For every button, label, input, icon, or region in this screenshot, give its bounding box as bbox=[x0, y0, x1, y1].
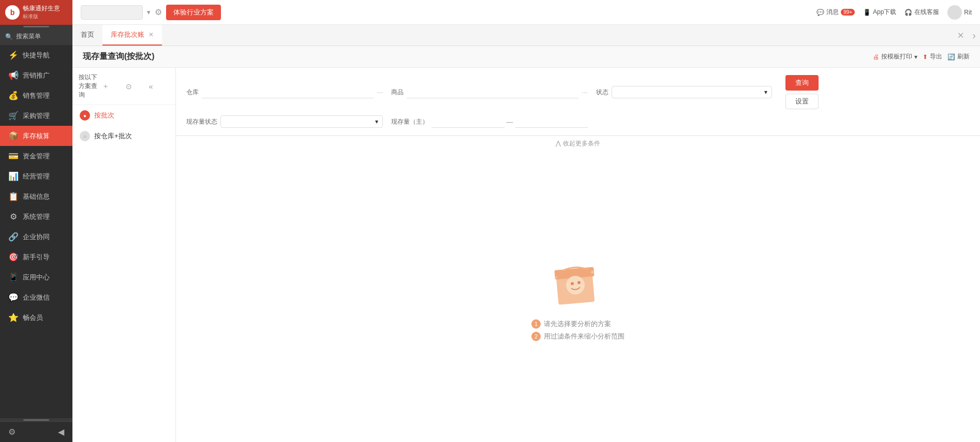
settings-button[interactable]: 设置 bbox=[785, 94, 819, 109]
phone-icon: 📱 bbox=[863, 9, 871, 16]
app-name: 畅康通好生意 bbox=[23, 5, 60, 13]
stock-qty-filter: 现存量（主） — bbox=[391, 116, 588, 128]
inventory-icon: 📦 bbox=[8, 131, 19, 141]
status-filter: 状态 ▾ bbox=[596, 86, 772, 98]
messages-button[interactable]: 💬 消息 99+ bbox=[816, 8, 855, 17]
sidebar-item-operations[interactable]: 📊 经营管理 bbox=[0, 166, 72, 186]
sidebar-item-system[interactable]: ⚙ 系统管理 bbox=[0, 207, 72, 227]
sidebar-item-app-center[interactable]: 📱 应用中心 bbox=[0, 267, 72, 287]
member-icon: ⭐ bbox=[8, 313, 19, 322]
sidebar-item-member[interactable]: ⭐ 畅会员 bbox=[0, 307, 72, 328]
stock-qty-range: — bbox=[432, 116, 588, 128]
panel-close-button[interactable]: ✕ bbox=[953, 31, 968, 40]
sidebar-item-marketing[interactable]: 📢 营销推广 bbox=[0, 65, 72, 85]
collapse-sidebar-icon[interactable]: ◀ bbox=[58, 427, 64, 437]
right-panel: 仓库 ··· 商品 ··· 状态 bbox=[176, 68, 980, 442]
hint-number-2: 2 bbox=[531, 332, 541, 341]
user-profile[interactable]: Rit bbox=[947, 5, 972, 20]
sidebar-item-basic-info[interactable]: 📋 基础信息 bbox=[0, 186, 72, 207]
scheme-inactive-icon: ○ bbox=[80, 131, 90, 141]
newcomer-icon: 🎯 bbox=[8, 252, 19, 262]
collapse-icon: ⋀ bbox=[556, 140, 561, 147]
messages-icon: 💬 bbox=[816, 9, 824, 16]
scheme-active-icon: ● bbox=[80, 110, 90, 121]
tab-inventory-batch[interactable]: 库存批次账 ✕ bbox=[102, 25, 162, 46]
page-header: 现存量查询(按批次) 🖨 按模板打印 ▾ ⬆ 导出 🔄 刷新 bbox=[72, 46, 980, 68]
print-icon: 🖨 bbox=[873, 53, 879, 61]
page-body: 按以下方案查询 ＋ ⊙ « ● 按批次 ○ 按仓库+批次 bbox=[72, 68, 980, 442]
warehouse-input[interactable] bbox=[202, 86, 374, 98]
stock-status-label: 现存量状态 bbox=[186, 117, 217, 126]
sidebar-item-purchase[interactable]: 🛒 采购管理 bbox=[0, 106, 72, 126]
stock-qty-label: 现存量（主） bbox=[391, 117, 428, 126]
sidebar-header: b 畅康通好生意 标准版 bbox=[0, 0, 72, 25]
print-button[interactable]: 🖨 按模板打印 ▾ bbox=[873, 52, 917, 61]
add-scheme-button[interactable]: ＋ bbox=[102, 82, 122, 91]
sidebar-item-enterprise[interactable]: 🔗 企业协同 bbox=[0, 227, 72, 247]
warehouse-more-icon[interactable]: ··· bbox=[377, 88, 383, 96]
tabs-bar: 首页 库存批次账 ✕ ✕ › bbox=[72, 25, 980, 46]
product-label: 商品 bbox=[391, 88, 404, 97]
left-panel-header: 按以下方案查询 ＋ ⊙ « bbox=[72, 68, 175, 105]
sidebar: b 畅康通好生意 标准版 🔍 搜索菜单 ⚡ 快捷导航 📢 营销推广 💰 销售管理… bbox=[0, 0, 72, 442]
sidebar-item-inventory[interactable]: 📦 库存核算 bbox=[0, 126, 72, 146]
stock-qty-min-input[interactable] bbox=[432, 116, 504, 128]
status-select[interactable]: ▾ bbox=[612, 86, 772, 98]
stock-status-filter: 现存量状态 ▾ bbox=[186, 115, 383, 128]
sidebar-item-sales[interactable]: 💰 销售管理 bbox=[0, 85, 72, 106]
svg-point-6 bbox=[555, 276, 557, 278]
operations-icon: 📊 bbox=[8, 171, 19, 181]
tab-home[interactable]: 首页 bbox=[72, 25, 102, 46]
sidebar-footer: ⚙ ◀ bbox=[0, 421, 72, 442]
svg-point-3 bbox=[571, 282, 574, 285]
stock-qty-max-input[interactable] bbox=[515, 116, 588, 128]
user-avatar bbox=[947, 5, 962, 20]
print-dropdown-icon[interactable]: ▾ bbox=[914, 53, 917, 61]
messages-badge: 99+ bbox=[841, 9, 855, 16]
export-button[interactable]: ⬆ 导出 bbox=[923, 52, 942, 61]
tab-close-icon[interactable]: ✕ bbox=[149, 31, 154, 38]
sidebar-item-finance[interactable]: 💳 资金管理 bbox=[0, 146, 72, 166]
main-area: ▾ ⚙ 体验行业方案 💬 消息 99+ 📱 App下载 🎧 在线客服 Rit bbox=[72, 0, 980, 442]
empty-hints: 1 请先选择要分析的方案 2 用过滤条件来缩小分析范围 bbox=[531, 319, 625, 344]
left-panel: 按以下方案查询 ＋ ⊙ « ● 按批次 ○ 按仓库+批次 bbox=[72, 68, 176, 442]
scheme-collapse-icon[interactable]: « bbox=[149, 82, 169, 91]
experience-button[interactable]: 体验行业方案 bbox=[166, 5, 221, 20]
settings-icon[interactable]: ⚙ bbox=[8, 427, 16, 437]
warehouse-label: 仓库 bbox=[186, 88, 199, 97]
empty-box-svg bbox=[547, 249, 609, 311]
sidebar-item-quick-nav[interactable]: ⚡ 快捷导航 bbox=[0, 45, 72, 65]
search-icon: 🔍 bbox=[5, 33, 13, 40]
online-service-button[interactable]: 🎧 在线客服 bbox=[904, 8, 939, 17]
scheme-by-warehouse-batch[interactable]: ○ 按仓库+批次 bbox=[72, 126, 175, 146]
finance-icon: 💳 bbox=[8, 151, 19, 161]
product-more-icon[interactable]: ··· bbox=[582, 88, 588, 96]
app-edition: 标准版 bbox=[23, 13, 60, 20]
scheme-by-batch[interactable]: ● 按批次 bbox=[72, 105, 175, 126]
topbar: ▾ ⚙ 体验行业方案 💬 消息 99+ 📱 App下载 🎧 在线客服 Rit bbox=[72, 0, 980, 25]
basic-info-icon: 📋 bbox=[8, 191, 19, 201]
collapse-bar[interactable]: ⋀ 收起更多条件 bbox=[176, 136, 980, 151]
sidebar-search[interactable]: 🔍 搜索菜单 bbox=[0, 28, 72, 45]
marketing-icon: 📢 bbox=[8, 70, 19, 80]
query-button[interactable]: 查询 bbox=[785, 75, 819, 91]
hint-number-1: 1 bbox=[531, 319, 541, 329]
filter-area: 仓库 ··· 商品 ··· 状态 bbox=[176, 68, 980, 136]
warehouse-filter: 仓库 ··· bbox=[186, 86, 383, 98]
system-icon: ⚙ bbox=[8, 212, 19, 222]
status-dropdown-icon: ▾ bbox=[764, 89, 767, 96]
product-input[interactable] bbox=[407, 86, 578, 98]
wechat-icon: 💬 bbox=[8, 292, 19, 302]
scheme-settings-icon[interactable]: ⊙ bbox=[126, 82, 146, 91]
sidebar-item-newcomer[interactable]: 🎯 新手引导 bbox=[0, 247, 72, 267]
stock-status-select[interactable]: ▾ bbox=[220, 115, 383, 128]
sidebar-item-wechat[interactable]: 💬 企业微信 bbox=[0, 287, 72, 307]
topbar-chevron-icon[interactable]: ▾ bbox=[147, 8, 151, 16]
purchase-icon: 🛒 bbox=[8, 111, 19, 121]
quick-nav-icon: ⚡ bbox=[8, 50, 19, 60]
app-download-button[interactable]: 📱 App下载 bbox=[863, 8, 896, 17]
refresh-button[interactable]: 🔄 刷新 bbox=[947, 52, 970, 61]
empty-illustration bbox=[547, 249, 609, 311]
topbar-gear-icon[interactable]: ⚙ bbox=[155, 7, 162, 17]
panel-more-icon[interactable]: › bbox=[972, 30, 976, 41]
